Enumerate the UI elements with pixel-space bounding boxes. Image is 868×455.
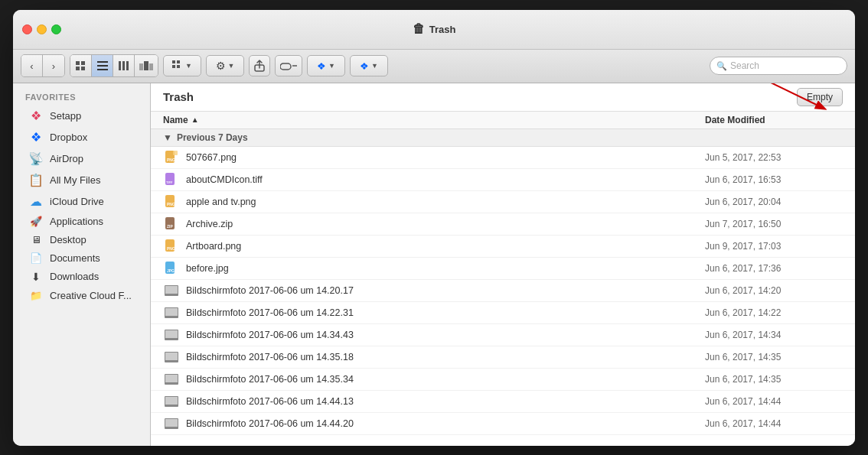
view-list-button[interactable] — [92, 55, 113, 76]
file-type-icon — [163, 282, 180, 299]
maximize-button[interactable] — [51, 24, 61, 34]
svg-text:ZIP: ZIP — [167, 224, 173, 229]
sidebar-item-label-dropbox: Dropbox — [50, 132, 87, 143]
main-content: Favorites ❖ Setapp ❖ Dropbox 📡 AirDrop 📋… — [13, 83, 855, 446]
finder-window: 🗑 Trash ‹ › — [13, 10, 855, 446]
view-column-button[interactable] — [113, 55, 135, 76]
sidebar-section-title: Favorites — [13, 89, 150, 105]
column-headers: Name ▲ Date Modified — [151, 112, 855, 129]
column-date-header[interactable]: Date Modified — [705, 115, 843, 125]
sidebar-item-dropbox[interactable]: ❖ Dropbox — [16, 127, 147, 148]
svg-rect-2 — [76, 67, 80, 70]
file-list: PNG 507667.png Jun 5, 2017, 22:53 TIFF a… — [151, 147, 855, 446]
file-date: Jun 5, 2017, 22:53 — [705, 152, 843, 163]
action-button[interactable]: ⚙ ▼ — [206, 55, 244, 76]
empty-button[interactable]: Empty — [797, 88, 843, 106]
table-row[interactable]: Bildschirmfoto 2017-06-06 um 14.34.43 Ju… — [151, 324, 855, 346]
dropbox-button-1[interactable]: ❖ ▼ — [307, 55, 345, 76]
table-row[interactable]: Bildschirmfoto 2017-06-06 um 14.22.31 Ju… — [151, 302, 855, 324]
sidebar-item-label-icloud: iCloud Drive — [50, 196, 104, 207]
svg-rect-3 — [81, 67, 85, 70]
table-row[interactable]: Bildschirmfoto 2017-06-06 um 14.44.20 Ju… — [151, 413, 855, 435]
sidebar-item-setapp[interactable]: ❖ Setapp — [16, 106, 147, 126]
view-coverflow-button[interactable] — [135, 55, 158, 76]
svg-rect-16 — [177, 65, 180, 68]
sidebar-item-documents[interactable]: 📄 Documents — [16, 249, 147, 267]
sort-arrow-icon: ▲ — [191, 115, 199, 124]
svg-rect-10 — [139, 63, 143, 70]
file-name: apple and tv.png — [186, 197, 705, 207]
svg-text:PNG: PNG — [167, 202, 175, 206]
table-row[interactable]: JPG before.jpg Jun 6, 2017, 17:36 — [151, 258, 855, 280]
file-name: aboutCMDIcon.tiff — [186, 174, 705, 185]
search-icon: 🔍 — [716, 61, 727, 71]
file-name: Bildschirmfoto 2017-06-06 um 14.22.31 — [186, 307, 705, 318]
table-row[interactable]: PNG apple and tv.png Jun 6, 2017, 20:04 — [151, 191, 855, 213]
svg-rect-12 — [149, 63, 153, 70]
sidebar-item-downloads[interactable]: ⬇ Downloads — [16, 268, 147, 286]
sidebar-item-airdrop[interactable]: 📡 AirDrop — [16, 148, 147, 169]
column-name-header[interactable]: Name ▲ — [163, 115, 705, 125]
minimize-button[interactable] — [37, 24, 47, 34]
svg-rect-42 — [165, 353, 178, 360]
view-icon-button[interactable] — [70, 55, 92, 76]
search-bar[interactable]: 🔍 Search — [710, 57, 847, 75]
share-icon — [254, 60, 265, 72]
file-area-title: Trash — [163, 90, 194, 103]
back-button[interactable]: ‹ — [21, 55, 43, 76]
table-row[interactable]: ZIP Archive.zip Jun 7, 2017, 16:50 — [151, 213, 855, 236]
dropbox1-dropdown-icon: ▼ — [328, 62, 335, 70]
sidebar-item-applications[interactable]: 🚀 Applications — [16, 213, 147, 230]
file-name: Bildschirmfoto 2017-06-06 um 14.35.18 — [186, 352, 705, 362]
svg-rect-14 — [177, 60, 180, 63]
table-row[interactable]: PNG 507667.png Jun 5, 2017, 22:53 — [151, 147, 855, 169]
file-type-icon — [163, 393, 180, 410]
close-button[interactable] — [22, 24, 32, 34]
forward-button[interactable]: › — [43, 55, 64, 76]
svg-rect-18 — [280, 63, 291, 70]
table-row[interactable]: Bildschirmfoto 2017-06-06 um 14.35.34 Ju… — [151, 369, 855, 391]
dropbox-button-2[interactable]: ❖ ▼ — [350, 55, 388, 76]
sidebar-item-creative-cloud[interactable]: 📁 Creative Cloud F... — [16, 287, 147, 304]
table-row[interactable]: Bildschirmfoto 2017-06-06 um 14.44.13 Ju… — [151, 391, 855, 413]
sidebar-item-all-my-files[interactable]: 📋 All My Files — [16, 170, 147, 190]
downloads-icon: ⬇ — [28, 271, 44, 283]
sidebar-item-desktop[interactable]: 🖥 Desktop — [16, 231, 147, 249]
table-row[interactable]: PNG Artboard.png Jun 9, 2017, 17:03 — [151, 236, 855, 258]
file-date: Jun 6, 2017, 14:35 — [705, 352, 843, 362]
share-button[interactable] — [249, 55, 270, 76]
file-name: Bildschirmfoto 2017-06-06 um 14.44.13 — [186, 396, 705, 407]
sidebar-item-icloud[interactable]: ☁ iCloud Drive — [16, 191, 147, 212]
group-collapse-icon[interactable]: ▼ — [163, 132, 172, 143]
file-area-title-row: Trash — [163, 90, 194, 103]
tag-button[interactable] — [275, 55, 302, 76]
file-date: Jun 6, 2017, 14:20 — [705, 285, 843, 296]
desktop-icon: 🖥 — [28, 234, 44, 245]
svg-rect-23 — [173, 151, 178, 155]
sidebar-item-label-all-my-files: All My Files — [50, 174, 100, 186]
file-date: Jun 6, 2017, 14:34 — [705, 330, 843, 340]
sidebar-item-label-applications: Applications — [50, 216, 103, 227]
table-row[interactable]: TIFF aboutCMDIcon.tiff Jun 6, 2017, 16:5… — [151, 169, 855, 191]
table-row[interactable]: Bildschirmfoto 2017-06-06 um 14.20.17 Ju… — [151, 280, 855, 302]
file-name: Bildschirmfoto 2017-06-06 um 14.20.17 — [186, 285, 705, 296]
table-row[interactable]: Bildschirmfoto 2017-06-06 um 14.35.18 Ju… — [151, 346, 855, 369]
applications-icon: 🚀 — [28, 216, 44, 227]
file-type-icon — [163, 327, 180, 343]
svg-rect-38 — [165, 308, 178, 316]
coverflow-view-icon — [139, 61, 153, 70]
file-name: Bildschirmfoto 2017-06-06 um 14.34.43 — [186, 330, 705, 340]
window-title: 🗑 Trash — [413, 22, 456, 36]
arrange-button[interactable]: ▼ — [163, 55, 201, 76]
file-date: Jun 6, 2017, 14:35 — [705, 374, 843, 385]
sidebar-item-label-documents: Documents — [50, 252, 100, 264]
sidebar-item-label-downloads: Downloads — [50, 271, 99, 282]
svg-text:TIFF: TIFF — [166, 180, 173, 184]
grid-arrange-icon — [172, 60, 183, 71]
sidebar-item-label-creative-cloud: Creative Cloud F... — [50, 290, 132, 301]
dropbox2-icon: ❖ — [360, 60, 369, 72]
file-type-icon: JPG — [163, 260, 180, 277]
svg-rect-7 — [119, 61, 121, 70]
title-bar: 🗑 Trash — [13, 10, 855, 50]
svg-rect-46 — [165, 397, 178, 405]
